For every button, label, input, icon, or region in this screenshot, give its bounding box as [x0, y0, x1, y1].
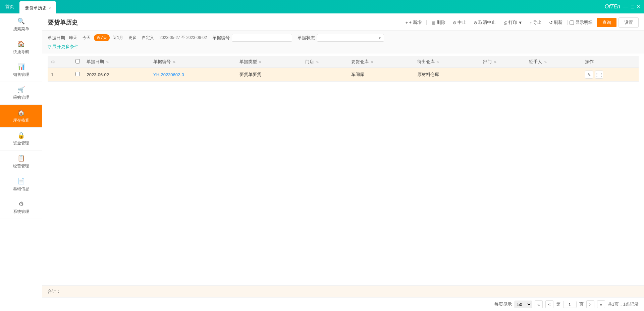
print-label: 打印 [508, 19, 517, 26]
print-button[interactable]: 🖨 打印 ▼ [500, 18, 525, 27]
export-button[interactable]: ↑ 导出 [527, 18, 545, 27]
inventory-icon: 🏠 [17, 109, 25, 116]
close-tab-icon[interactable]: × [49, 6, 51, 10]
order-no-link[interactable]: YH-20230602-0 [153, 72, 184, 77]
refresh-button[interactable]: ↺ 刷新 [546, 18, 565, 27]
display-detail-label: 显示明细 [575, 19, 593, 26]
order-no-input[interactable] [232, 34, 292, 42]
table-settings-icon[interactable]: ⚙ [51, 59, 55, 64]
sidebar-label-ops-mgmt: 经营管理 [13, 163, 29, 169]
date-opt-1month[interactable]: 近1月 [111, 34, 125, 41]
sidebar-item-sys-mgmt[interactable]: ⚙ 系统管理 [0, 196, 42, 219]
sidebar-item-ops-mgmt[interactable]: 📋 经营管理 [0, 150, 42, 173]
cell-wait-warehouse: 原材料仓库 [414, 68, 480, 82]
page-size-label: 每页显示 [494, 301, 512, 307]
sidebar-item-search-menu[interactable]: 🔍 搜索菜单 [0, 13, 42, 36]
refresh-label: 刷新 [554, 19, 562, 26]
expand-label: 展开更多条件 [52, 44, 78, 50]
th-date[interactable]: 单据日期 ⇅ [83, 56, 150, 68]
th-handler-label: 经手人 [529, 59, 542, 64]
th-checkbox [72, 56, 83, 68]
tab-home[interactable]: 首页 [0, 0, 19, 13]
window-close-icon[interactable]: × [637, 4, 640, 10]
row-actions: ✎ ⋮⋮ [585, 71, 635, 79]
cell-dept [480, 68, 526, 82]
often-text: OfTEn [605, 4, 620, 10]
sidebar-item-quick-nav[interactable]: 🏠 快捷导航 [0, 36, 42, 59]
order-no-sort-icon: ⇅ [173, 60, 175, 64]
th-dept-label: 部门 [483, 59, 492, 64]
sidebar-label-basic-info: 基础信息 [13, 186, 29, 192]
sidebar-item-finance-mgmt[interactable]: 🔒 资金管理 [0, 128, 42, 150]
top-bar-tabs: 首页 要货单历史 × [0, 0, 56, 13]
cancel-stop-button[interactable]: ⊘ 取消中止 [471, 18, 498, 27]
refresh-icon: ↺ [549, 20, 553, 25]
sidebar-label-finance-mgmt: 资金管理 [13, 140, 29, 146]
query-button[interactable]: 查询 [597, 18, 616, 27]
date-opt-more[interactable]: 更多 [126, 34, 139, 41]
th-type[interactable]: 单据类型 ⇅ [236, 56, 302, 68]
stop-button[interactable]: ⊘ 中止 [450, 18, 469, 27]
th-order-no[interactable]: 单据编号 ⇅ [150, 56, 236, 68]
th-wait-warehouse[interactable]: 待出仓库 ⇅ [414, 56, 480, 68]
table-footer: 合计： [42, 285, 644, 297]
orders-table: ⚙ 单据日期 ⇅ 单据编号 ⇅ 单据类型 ⇅ [48, 56, 639, 82]
status-select-wrap [317, 34, 384, 42]
finance-mgmt-icon: 🔒 [17, 132, 25, 139]
filter-area: 单据日期 昨天 今天 近7天 近1月 更多 自定义 2023-05-27 至 2… [42, 31, 644, 53]
minimize-icon[interactable]: — [623, 4, 628, 10]
new-label: + 新增 [409, 19, 421, 26]
pagination-bar: 每页显示 50 100 200 « < 第 页 > » 共1页，1条记录 [42, 297, 644, 311]
display-detail-btn[interactable]: 显示明细 [570, 19, 593, 26]
display-detail-checkbox[interactable] [570, 20, 574, 25]
maximize-icon[interactable]: □ [631, 4, 634, 10]
sidebar-item-sales-mgmt[interactable]: 📊 销售管理 [0, 59, 42, 82]
select-all-checkbox[interactable] [75, 59, 80, 63]
delete-label: 删除 [437, 19, 445, 26]
th-wait-warehouse-label: 待出仓库 [417, 59, 435, 64]
page-size-select[interactable]: 50 100 200 [515, 301, 532, 308]
date-opt-custom[interactable]: 自定义 [140, 34, 156, 41]
sidebar-item-basic-info[interactable]: 📄 基础信息 [0, 173, 42, 196]
page-number-input[interactable] [563, 301, 577, 308]
req-warehouse-sort-icon: ⇅ [371, 60, 373, 64]
th-store[interactable]: 门店 ⇅ [302, 56, 348, 68]
header-actions: + + 新增 🗑 删除 ⊘ 中止 ⊘ 取消中止 🖨 打 [403, 17, 639, 28]
sidebar: 🔍 搜索菜单 🏠 快捷导航 📊 销售管理 🛒 采购管理 🏠 库存核算 🔒 资金管… [0, 13, 42, 311]
date-options: 昨天 今天 近7天 近1月 更多 自定义 [67, 34, 156, 41]
row-checkbox[interactable] [75, 72, 80, 76]
expand-more-btn[interactable]: ▽ 展开更多条件 [48, 44, 639, 50]
cell-actions: ✎ ⋮⋮ [582, 68, 639, 82]
th-actions-label: 操作 [585, 59, 594, 64]
next-page-btn[interactable]: > [586, 300, 594, 308]
th-settings[interactable]: ⚙ [48, 56, 72, 68]
top-bar-right: OfTEn — □ × [605, 4, 644, 10]
date-opt-yesterday[interactable]: 昨天 [67, 34, 79, 41]
page-header: 要货单历史 + + 新增 🗑 删除 ⊘ 中止 ⊘ 取消中止 [42, 13, 644, 31]
first-page-btn[interactable]: « [535, 300, 543, 308]
th-dept[interactable]: 部门 ⇅ [480, 56, 526, 68]
status-select[interactable] [317, 34, 384, 42]
row-more-btn[interactable]: ⋮⋮ [595, 71, 603, 79]
cell-row-no: 1 [48, 68, 72, 82]
sidebar-item-inventory[interactable]: 🏠 库存核算 [0, 105, 42, 128]
last-page-btn[interactable]: » [597, 300, 605, 308]
page-label-pre: 第 [556, 301, 560, 307]
sidebar-item-purchase-mgmt[interactable]: 🛒 采购管理 [0, 82, 42, 105]
cell-date: 2023-06-02 [83, 68, 150, 82]
th-handler[interactable]: 经手人 ⇅ [526, 56, 582, 68]
tab-order-history[interactable]: 要货单历史 × [19, 1, 56, 15]
date-opt-7days[interactable]: 近7天 [94, 34, 110, 41]
export-label: 导出 [533, 19, 542, 26]
row-edit-btn[interactable]: ✎ [585, 71, 593, 79]
th-req-warehouse[interactable]: 要货仓库 ⇅ [348, 56, 414, 68]
date-opt-today[interactable]: 今天 [80, 34, 93, 41]
delete-button[interactable]: 🗑 删除 [429, 18, 448, 27]
settings-button[interactable]: 设置 [619, 17, 639, 28]
cell-store [302, 68, 348, 82]
prev-page-btn[interactable]: < [545, 300, 553, 308]
new-button[interactable]: + + 新增 [403, 18, 424, 27]
content-area: 要货单历史 + + 新增 🗑 删除 ⊘ 中止 ⊘ 取消中止 [42, 13, 644, 311]
store-sort-icon: ⇅ [316, 60, 319, 64]
status-label: 单据状态 [298, 35, 315, 41]
